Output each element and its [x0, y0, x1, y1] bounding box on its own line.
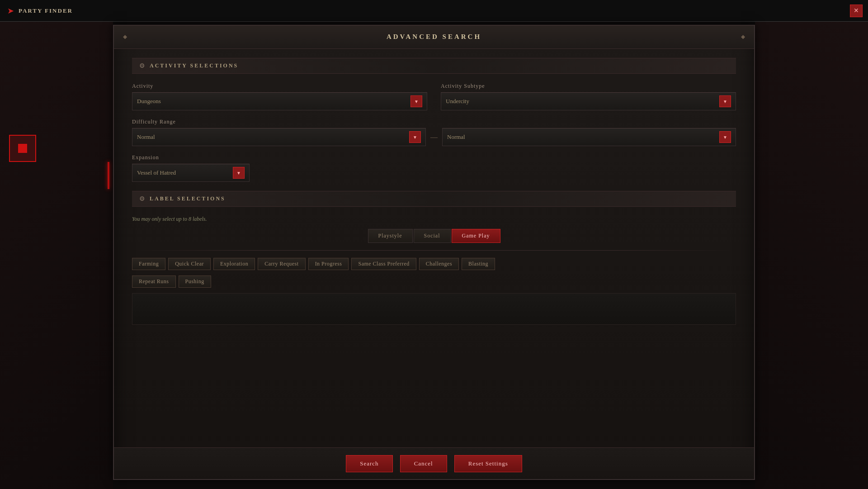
difficulty-range-group: Difficulty Range Normal ▼ — Normal ▼: [132, 119, 736, 146]
activity-section-icon: ⚙: [139, 62, 145, 70]
tab-gameplay[interactable]: Game Play: [452, 229, 500, 243]
difficulty-to-arrow: ▼: [719, 131, 731, 143]
expansion-group: Expansion Vessel of Hatred ▼: [132, 154, 250, 182]
difficulty-range-row: Difficulty Range Normal ▼ — Normal ▼: [132, 119, 736, 146]
expansion-dropdown-arrow: ▼: [233, 167, 245, 179]
activity-label: Activity: [132, 83, 427, 90]
cancel-button[interactable]: Cancel: [400, 455, 447, 472]
tag-exploration[interactable]: Exploration: [213, 258, 255, 270]
activity-group: Activity Dungeons ▼: [132, 83, 427, 110]
activity-dropdown-arrow: ▼: [410, 95, 422, 107]
side-panel-left: [0, 22, 113, 489]
tab-divider: [132, 250, 736, 251]
tag-blasting[interactable]: Blasting: [462, 258, 495, 270]
difficulty-range-label: Difficulty Range: [132, 119, 736, 125]
tag-in-progress[interactable]: In Progress: [308, 258, 349, 270]
difficulty-from-value: Normal: [137, 133, 155, 141]
activity-subtype-dropdown-value: Undercity: [446, 98, 469, 105]
expansion-dropdown[interactable]: Vessel of Hatred ▼: [132, 164, 250, 182]
tag-carry-request[interactable]: Carry Request: [258, 258, 305, 270]
tag-challenges[interactable]: Challenges: [419, 258, 459, 270]
side-panel-right: [755, 22, 868, 489]
tag-same-class[interactable]: Same Class Preferred: [351, 258, 416, 270]
label-tags-container: Farming Quick Clear Exploration Carry Re…: [132, 258, 736, 288]
label-textarea[interactable]: [132, 293, 736, 325]
activity-dropdown[interactable]: Dungeons ▼: [132, 92, 427, 110]
activity-section-header: ⚙ ACTIVITY SELECTIONS: [132, 58, 736, 74]
activity-row: Activity Dungeons ▼ Activity Subtype Und…: [132, 83, 736, 110]
label-section-icon: ⚙: [139, 195, 145, 203]
difficulty-dropdowns: Normal ▼ — Normal ▼: [132, 128, 736, 146]
dialog-title: ADVANCED SEARCH: [387, 33, 481, 41]
activity-section: ⚙ ACTIVITY SELECTIONS Activity Dungeons …: [132, 58, 736, 182]
label-section: ⚙ LABEL SELECTIONS You may only select u…: [132, 191, 736, 327]
tag-repeat-runs[interactable]: Repeat Runs: [132, 275, 176, 288]
label-tab-bar: Playstyle Social Game Play: [132, 229, 736, 243]
difficulty-separator: —: [430, 133, 438, 141]
activity-dropdown-value: Dungeons: [137, 98, 161, 105]
activity-subtype-label: Activity Subtype: [441, 83, 736, 90]
activity-subtype-group: Activity Subtype Undercity ▼: [441, 83, 736, 110]
label-note: You may only select up to 8 labels.: [132, 216, 736, 223]
app-title: PARTY FINDER: [19, 7, 73, 14]
label-section-title: LABEL SELECTIONS: [150, 195, 226, 202]
label-section-header: ⚙ LABEL SELECTIONS: [132, 191, 736, 207]
tab-social[interactable]: Social: [414, 229, 451, 243]
tag-pushing[interactable]: Pushing: [179, 275, 211, 288]
arrow-icon: ➤: [7, 6, 14, 16]
left-ui-decoration: [9, 135, 36, 162]
difficulty-from-arrow: ▼: [409, 131, 421, 143]
title-bar: ➤ PARTY FINDER ✕: [0, 0, 868, 22]
advanced-search-dialog: ADVANCED SEARCH ⚙ ACTIVITY SELECTIONS Ac…: [113, 25, 755, 480]
expansion-row: Expansion Vessel of Hatred ▼: [132, 154, 736, 182]
reset-button[interactable]: Reset Settings: [454, 455, 522, 472]
tag-quick-clear[interactable]: Quick Clear: [168, 258, 211, 270]
difficulty-to-dropdown[interactable]: Normal ▼: [442, 128, 736, 146]
tag-farming[interactable]: Farming: [132, 258, 165, 270]
dialog-footer: Search Cancel Reset Settings: [114, 447, 754, 479]
activity-section-title: ACTIVITY SELECTIONS: [150, 62, 238, 69]
difficulty-from-dropdown[interactable]: Normal ▼: [132, 128, 426, 146]
search-button[interactable]: Search: [346, 455, 392, 472]
expansion-label: Expansion: [132, 154, 250, 161]
difficulty-to-value: Normal: [447, 133, 465, 141]
tab-playstyle[interactable]: Playstyle: [368, 229, 413, 243]
activity-subtype-dropdown[interactable]: Undercity ▼: [441, 92, 736, 110]
expansion-dropdown-value: Vessel of Hatred: [137, 169, 176, 176]
dialog-header: ADVANCED SEARCH: [114, 25, 754, 49]
dialog-content: ⚙ ACTIVITY SELECTIONS Activity Dungeons …: [114, 49, 754, 447]
close-button[interactable]: ✕: [850, 5, 863, 17]
activity-subtype-dropdown-arrow: ▼: [719, 95, 731, 107]
